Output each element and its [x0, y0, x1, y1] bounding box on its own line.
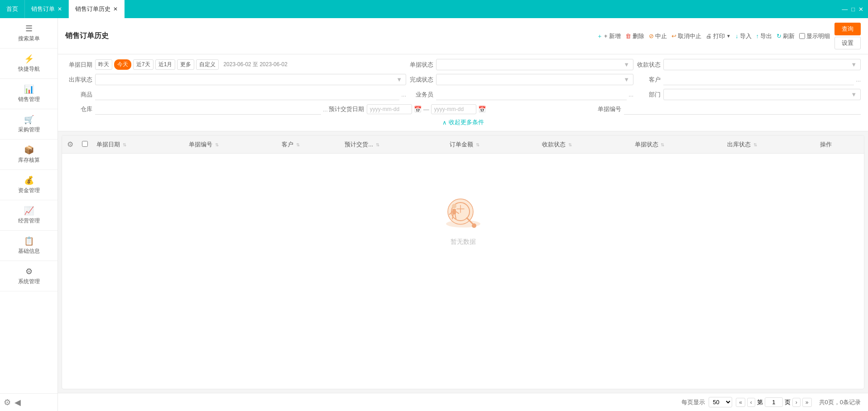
cancel-stop-button[interactable]: ↩ 取消中止	[671, 32, 701, 40]
maximize-icon[interactable]: □	[851, 6, 855, 13]
date-btn-custom[interactable]: 自定义	[196, 59, 219, 70]
date-btn-7days[interactable]: 近7天	[133, 59, 153, 70]
expected-date-to-cal-icon[interactable]: 📅	[478, 106, 486, 113]
date-control: 昨天 今天 近7天 近1月 更多 自定义 2023-06-02 至 2023-0…	[95, 59, 406, 70]
amount-sort-icon[interactable]: ⇅	[476, 142, 480, 147]
expected-date-from-cal-icon[interactable]: 📅	[414, 106, 422, 113]
expected-date-from[interactable]: yyyy-mm-dd	[367, 104, 412, 114]
sidebar-item-quick-nav[interactable]: ⚡ 快捷导航	[0, 48, 58, 79]
sidebar-item-search[interactable]: ☰ 搜索菜单	[0, 18, 58, 48]
page-header: 销售订单历史 ＋ + 新增 🗑 删除 ⊘ 中止 ↩ 取消中止	[58, 18, 868, 54]
th-customer: 客户 ⇅	[278, 135, 341, 154]
collapse-more-btn[interactable]: ∧ 收起更多条件	[65, 118, 861, 126]
sidebar-item-purchase[interactable]: 🛒 采购管理	[0, 109, 58, 140]
payment-status-label: 收款状态	[633, 61, 661, 69]
delete-button[interactable]: 🗑 删除	[625, 32, 644, 40]
salesperson-dots[interactable]: ...	[628, 91, 633, 98]
display-cols-toggle[interactable]: 显示明细	[799, 32, 830, 40]
prev-page-button[interactable]: ‹	[747, 398, 755, 407]
select-all-checkbox[interactable]	[82, 141, 88, 147]
department-arrow-icon: ▼	[851, 91, 857, 98]
sidebar-item-operations[interactable]: 📈 经营管理	[0, 200, 58, 231]
print-dropdown-icon[interactable]: ▼	[726, 34, 731, 39]
filter-product-field: 商品 ...	[65, 89, 406, 100]
order-status-select[interactable]: ▼	[436, 59, 633, 70]
per-page-select[interactable]: 50 10 20 100	[709, 397, 732, 407]
th-payment-status: 收款状态 ⇅	[538, 135, 631, 154]
department-select[interactable]: ▼	[663, 89, 861, 100]
close-history-tab-icon[interactable]: ✕	[113, 6, 118, 12]
number-sort-icon[interactable]: ⇅	[215, 142, 219, 147]
date-btn-more[interactable]: 更多	[177, 59, 194, 70]
tab-home-label: 首页	[6, 5, 18, 13]
th-shipment-status-label: 出库状态	[727, 141, 751, 148]
date-btn-yesterday[interactable]: 昨天	[95, 59, 112, 70]
order-status-sort-icon[interactable]: ⇅	[661, 142, 664, 147]
delete-label: 删除	[633, 32, 644, 40]
page-number-input[interactable]	[765, 397, 783, 407]
date-btn-today[interactable]: 今天	[114, 59, 131, 70]
sidebar-item-inventory-label: 库存核算	[18, 156, 40, 164]
date-label: 单据日期	[65, 61, 92, 69]
warehouse-input[interactable]	[95, 104, 321, 115]
tab-sales-order[interactable]: 销售订单 ✕	[25, 0, 69, 18]
sidebar-item-sales[interactable]: 📊 销售管理	[0, 79, 58, 109]
tab-sales-order-history[interactable]: 销售订单历史 ✕	[69, 0, 125, 18]
sidebar: ☰ 搜索菜单 ⚡ 快捷导航 📊 销售管理 🛒 采购管理 📦 库存核算 💰 资金管…	[0, 18, 58, 411]
minimize-icon[interactable]: —	[842, 6, 848, 13]
column-settings-icon[interactable]: ⚙	[67, 140, 73, 148]
export-button[interactable]: ↑ 导出	[756, 32, 772, 40]
sidebar-item-finance[interactable]: 💰 资金管理	[0, 170, 58, 200]
display-cols-checkbox[interactable]	[799, 33, 805, 39]
empty-state: 暂无数据	[62, 154, 864, 273]
customer-dots[interactable]: ...	[856, 76, 861, 83]
print-button[interactable]: 🖨 打印 ▼	[706, 32, 731, 40]
page-label: 第	[757, 398, 763, 406]
order-number-input[interactable]	[624, 104, 861, 115]
next-page-button[interactable]: ›	[792, 398, 801, 407]
customer-input[interactable]	[663, 74, 854, 85]
refresh-button[interactable]: ↻ 刷新	[777, 32, 795, 40]
tab-home[interactable]: 首页	[0, 0, 25, 18]
sidebar-collapse-icon[interactable]: ◀	[14, 397, 21, 407]
filter-row-1: 单据日期 昨天 今天 近7天 近1月 更多 自定义 2023-06-02 至 2…	[65, 59, 861, 70]
date-separator: —	[423, 106, 429, 113]
close-sales-order-tab-icon[interactable]: ✕	[58, 6, 62, 12]
new-label: + 新增	[604, 32, 621, 40]
payment-sort-icon[interactable]: ⇅	[568, 142, 572, 147]
new-icon: ＋	[597, 32, 603, 40]
search-menu-icon: ☰	[25, 24, 33, 34]
payment-status-select[interactable]: ▼	[663, 59, 861, 70]
product-dots[interactable]: ...	[401, 91, 406, 98]
sidebar-item-system[interactable]: ⚙ 系统管理	[0, 261, 58, 291]
data-table: ⚙ 单据日期 ⇅ 单据编号 ⇅	[62, 135, 864, 154]
warehouse-dots[interactable]: ...	[323, 106, 328, 113]
product-input[interactable]	[95, 89, 399, 100]
new-button[interactable]: ＋ + 新增	[597, 32, 621, 40]
collapse-label: 收起更多条件	[449, 118, 484, 126]
shipment-status-select[interactable]: ▼	[95, 74, 406, 85]
expected-date-to[interactable]: yyyy-mm-dd	[431, 104, 476, 114]
date-btn-1month[interactable]: 近1月	[155, 59, 176, 70]
sidebar-settings-icon[interactable]: ⚙	[4, 397, 11, 407]
th-checkbox	[78, 135, 93, 154]
th-customer-label: 客户	[282, 141, 293, 148]
query-button[interactable]: 查询	[834, 23, 861, 35]
settings-button[interactable]: 设置	[834, 37, 861, 49]
expected-date-sort-icon[interactable]: ⇅	[376, 142, 379, 147]
sidebar-item-base-info[interactable]: 📋 基础信息	[0, 231, 58, 261]
import-button[interactable]: ↓ 导入	[735, 32, 752, 40]
date-sort-icon[interactable]: ⇅	[123, 142, 126, 147]
customer-sort-icon[interactable]: ⇅	[296, 142, 300, 147]
last-page-button[interactable]: »	[802, 398, 812, 407]
shipment-sort-icon[interactable]: ⇅	[753, 142, 757, 147]
completion-status-select[interactable]: ▼	[436, 74, 633, 85]
stop-button[interactable]: ⊘ 中止	[649, 32, 667, 40]
close-window-icon[interactable]: ✕	[858, 6, 863, 13]
first-page-button[interactable]: «	[736, 398, 745, 407]
salesperson-input[interactable]	[436, 89, 627, 100]
sidebar-item-inventory[interactable]: 📦 库存核算	[0, 140, 58, 170]
filter-order-number-field: 单据编号	[594, 104, 861, 115]
content-area: 销售订单历史 ＋ + 新增 🗑 删除 ⊘ 中止 ↩ 取消中止	[58, 18, 868, 411]
department-label: 部门	[633, 91, 661, 99]
